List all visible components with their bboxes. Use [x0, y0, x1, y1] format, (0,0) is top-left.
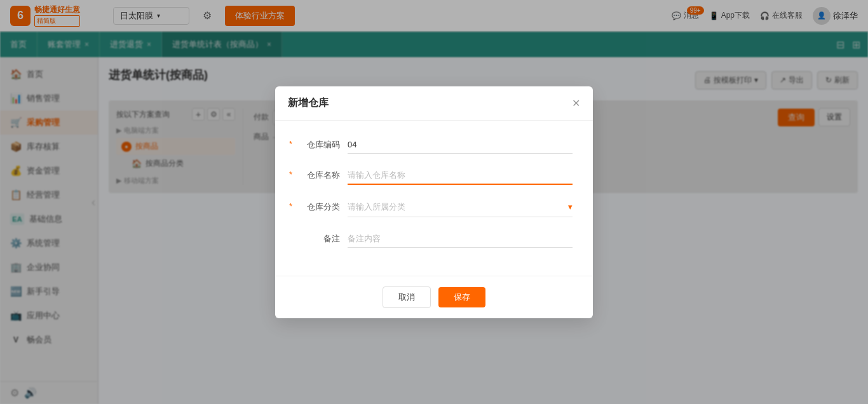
cancel-button[interactable]: 取消 [383, 286, 431, 308]
dialog-title: 新增仓库 [288, 97, 329, 110]
notes-input[interactable] [348, 230, 573, 248]
warehouse-category-label: 仓库分类 [295, 201, 340, 213]
warehouse-category-placeholder: 请输入所属分类 [348, 201, 405, 213]
warehouse-code-input[interactable] [348, 136, 573, 154]
new-warehouse-dialog: 新增仓库 ✕ 仓库编码 仓库名称 仓库分类 请输入所属分类 [275, 86, 593, 318]
save-button[interactable]: 保存 [438, 287, 485, 307]
dialog-header: 新增仓库 ✕ [275, 86, 593, 121]
notes-row: 备注 [295, 230, 573, 248]
warehouse-code-label: 仓库编码 [295, 139, 340, 151]
modal-overlay[interactable]: 新增仓库 ✕ 仓库编码 仓库名称 仓库分类 请输入所属分类 [0, 0, 868, 404]
dialog-body: 仓库编码 仓库名称 仓库分类 请输入所属分类 ▾ [275, 121, 593, 276]
warehouse-name-row: 仓库名称 [295, 166, 573, 185]
dialog-close-icon[interactable]: ✕ [572, 97, 580, 109]
warehouse-name-label: 仓库名称 [295, 170, 340, 181]
category-chevron-icon: ▾ [568, 202, 573, 212]
warehouse-code-row: 仓库编码 [295, 136, 573, 154]
warehouse-category-select[interactable]: 请输入所属分类 ▾ [348, 198, 573, 217]
warehouse-category-row: 仓库分类 请输入所属分类 ▾ [295, 198, 573, 217]
warehouse-name-input[interactable] [348, 166, 573, 185]
dialog-footer: 取消 保存 [275, 276, 593, 318]
notes-label: 备注 [295, 233, 340, 245]
